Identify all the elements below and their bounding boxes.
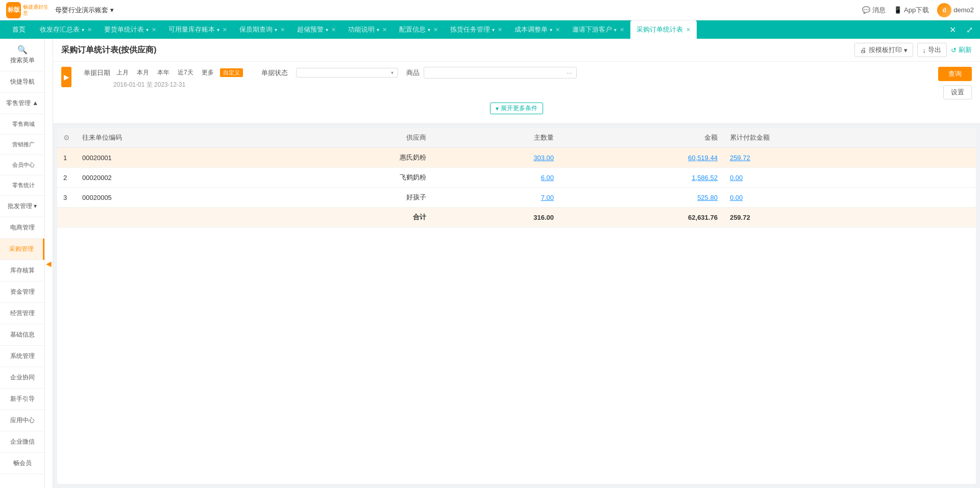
tab-close8[interactable]: ✕ — [498, 27, 502, 33]
tab-close3[interactable]: ✕ — [223, 27, 227, 33]
filter-toggle[interactable]: ▶ — [61, 67, 71, 87]
tab-peizhi[interactable]: 配置信息 ▾ ✕ — [393, 20, 444, 39]
search-button[interactable]: 查询 — [938, 67, 972, 81]
paid-link2[interactable]: 0.00 — [730, 174, 743, 182]
tab-close-active[interactable]: ✕ — [686, 27, 691, 33]
search-icon: 🔍 — [2, 45, 42, 55]
sidebar-toggle[interactable]: ◀ — [45, 39, 53, 488]
qty-link2[interactable]: 6.00 — [541, 174, 554, 182]
paid-link[interactable]: 259.72 — [730, 154, 750, 162]
tab-yaoqing-label: 邀请下游客户 — [572, 25, 612, 34]
shortcut-more[interactable]: 更多 — [200, 68, 216, 78]
refresh-button[interactable]: ↺ 刷新 — [951, 45, 972, 55]
tab-yaoqing[interactable]: 邀请下游客户 ▾ ✕ — [566, 20, 630, 39]
tab-yaohuo[interactable]: 要货单统计表 ▾ ✕ — [98, 20, 162, 39]
table-header-row: ⚙ 往来单位编码 供应商 主数量 金额 累计付款金额 — [57, 128, 976, 148]
tab-shoufacun[interactable]: 收发存汇总表 ▾ ✕ — [34, 20, 98, 39]
qty-link3[interactable]: 7.00 — [541, 194, 554, 201]
paid-link3[interactable]: 0.00 — [730, 194, 743, 201]
sidebar-item-ecommerce[interactable]: 电商管理 — [0, 217, 44, 239]
tab-chengben[interactable]: 成本调整单 ▾ ✕ — [508, 20, 566, 39]
tab-close2[interactable]: ✕ — [152, 27, 156, 33]
shortcut-last-month[interactable]: 上月 — [114, 68, 131, 78]
tab-jianhuo-label: 拣货任务管理 — [450, 25, 490, 34]
sidebar-item-member[interactable]: 会员中心 — [0, 155, 44, 175]
expand-label: 展开更多条件 — [501, 104, 537, 113]
workspace-selector[interactable]: 母婴行业演示账套 ▾ — [55, 6, 116, 15]
tab-close10[interactable]: ✕ — [620, 27, 624, 33]
tab-close4[interactable]: ✕ — [280, 27, 285, 33]
tab-close5[interactable]: ✕ — [331, 27, 336, 33]
tab-close[interactable]: ✕ — [87, 27, 92, 33]
amount-link2[interactable]: 1,586.52 — [692, 174, 718, 182]
tab-baozhi[interactable]: 保质期查询 ▾ ✕ — [233, 20, 291, 39]
tab-chaochuyujing[interactable]: 超储预警 ▾ ✕ — [291, 20, 342, 39]
tab-keyongliang[interactable]: 可用量库存账本 ▾ ✕ — [162, 20, 233, 39]
sidebar-item-basic[interactable]: 基础信息 — [0, 324, 44, 346]
sidebar-item-retail-stat[interactable]: 零售统计 — [0, 175, 44, 196]
sidebar-item-shortcut[interactable]: 快捷导航 — [0, 71, 44, 93]
row-qty: 6.00 — [432, 168, 560, 188]
custom-date-badge[interactable]: 自定义 — [220, 68, 243, 77]
finance-label: 资金管理 — [2, 288, 42, 296]
top-bar: 标版 畅捷通好生意 母婴行业演示账套 ▾ 💬 消息 📱 App下载 d demo… — [0, 0, 980, 20]
sidebar-item-inventory[interactable]: 库存核算 — [0, 260, 44, 281]
amount-link3[interactable]: 525.80 — [697, 194, 718, 201]
amount-link[interactable]: 60,519.44 — [688, 154, 718, 162]
sidebar-item-search[interactable]: 🔍 搜索英单 — [0, 39, 44, 71]
sidebar-item-enterprise[interactable]: 企业协同 — [0, 367, 44, 389]
sidebar-item-retail[interactable]: 零售管理 ▲ — [0, 93, 44, 114]
export-button[interactable]: ↓ 导出 — [917, 43, 947, 57]
row-code: 00020001 — [76, 148, 280, 168]
shortcut-this-month[interactable]: 本月 — [135, 68, 151, 78]
sidebar-search-label: 搜索英单 — [2, 56, 42, 65]
sidebar-item-guide[interactable]: 新手引导 — [0, 389, 44, 410]
app-download-btn[interactable]: 📱 App下载 — [894, 6, 929, 15]
table-settings-icon[interactable]: ⚙ — [63, 134, 70, 142]
toggle-arrow-icon: ◀ — [46, 260, 52, 268]
row-qty: 7.00 — [432, 188, 560, 208]
shortcut-7days[interactable]: 近7天 — [176, 68, 195, 78]
filter-fields: 单据日期 上月 本月 本年 近7天 更多 自定义 单据状态 — [84, 67, 930, 89]
appcenter-label: 应用中心 — [2, 416, 42, 425]
expand-conditions-btn[interactable]: ▾ 展开更多条件 — [490, 102, 543, 114]
tab-gongneng[interactable]: 功能说明 ▾ ✕ — [342, 20, 393, 39]
sidebar-item-vip[interactable]: 畅会员 — [0, 453, 44, 474]
sidebar-item-wechat[interactable]: 企业微信 — [0, 431, 44, 453]
tab-close9[interactable]: ✕ — [555, 27, 560, 33]
user-menu[interactable]: d demo2 — [937, 3, 974, 17]
sidebar-item-operations[interactable]: 经营管理 — [0, 303, 44, 324]
tab-home[interactable]: 首页 — [4, 20, 34, 39]
sidebar-item-marketing[interactable]: 营销推广 — [0, 135, 44, 155]
settings-button[interactable]: 设置 — [943, 85, 972, 99]
goods-more-icon[interactable]: ··· — [567, 69, 572, 76]
sidebar-item-system[interactable]: 系统管理 — [0, 346, 44, 367]
tab-jianhuo[interactable]: 拣货任务管理 ▾ ✕ — [444, 20, 508, 39]
tab-caigou-active[interactable]: 采购订单统计表 ✕ — [630, 20, 697, 39]
tab-keyongliang-label: 可用量库存账本 — [168, 25, 215, 34]
shortcut-this-year[interactable]: 本年 — [155, 68, 172, 78]
row-amount: 1,586.52 — [560, 168, 724, 188]
purchase-label: 采购管理 — [2, 245, 41, 253]
tab-arrow7: ▾ — [428, 27, 430, 33]
sidebar-item-wholesale[interactable]: 批发管理 ▾ — [0, 196, 44, 217]
logo-text: 畅捷通好生意 — [23, 4, 51, 16]
sidebar-item-appcenter[interactable]: 应用中心 — [0, 410, 44, 431]
table-body: 1 00020001 惠氏奶粉 303.00 60,519.44 259.72 … — [57, 148, 976, 208]
tab-close7[interactable]: ✕ — [433, 27, 438, 33]
retail-shop-label: 零售商城 — [4, 120, 42, 128]
nav-close-btn[interactable]: ✕ — [946, 24, 959, 36]
sidebar-item-retail-shop[interactable]: 零售商城 — [0, 114, 44, 135]
sidebar-item-finance[interactable]: 资金管理 — [0, 281, 44, 303]
qty-link[interactable]: 303.00 — [533, 154, 554, 162]
nav-maximize-btn[interactable]: ⤢ — [963, 24, 976, 36]
message-btn[interactable]: 💬 消息 — [862, 6, 886, 15]
print-button[interactable]: 🖨 按模板打印 ▾ — [854, 43, 913, 57]
row-num: 2 — [57, 168, 76, 188]
tab-close6[interactable]: ✕ — [382, 27, 387, 33]
goods-select[interactable]: ··· — [424, 67, 577, 79]
sidebar-item-purchase[interactable]: 采购管理 — [0, 239, 44, 260]
filter-collapse-btn[interactable]: ▶ — [61, 67, 71, 87]
status-select[interactable]: ▾ — [296, 68, 398, 78]
retail-stat-label: 零售统计 — [4, 182, 42, 189]
